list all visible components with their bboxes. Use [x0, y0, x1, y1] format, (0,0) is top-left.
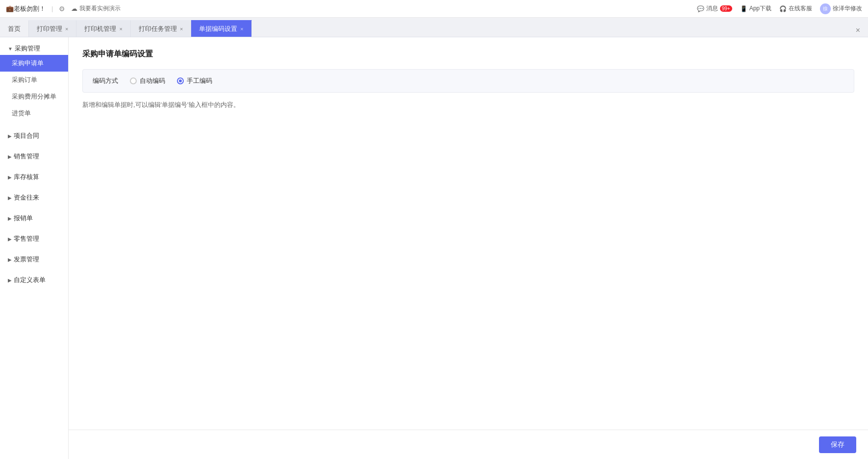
hint-text: 新增和编辑单据时,可以编辑'单据编号'输入框中的内容。 [82, 101, 854, 109]
chevron-right-icon-3: ▶ [8, 175, 12, 180]
sidebar-item-purchase-order[interactable]: 采购订单 [0, 72, 68, 88]
chevron-down-icon: ▼ [8, 46, 13, 51]
tab-close-print-task[interactable]: × [180, 26, 183, 32]
gear-icon[interactable]: ⚙ [59, 5, 65, 13]
chevron-right-icon-2: ▶ [8, 154, 12, 159]
sidebar-item-purchase-request[interactable]: 采购申请单 [0, 55, 68, 72]
sidebar-group-custom-header[interactable]: ▶ 自定义表单 [0, 272, 68, 286]
sidebar-group-custom: ▶ 自定义表单 [0, 269, 68, 289]
radio-manual-coding[interactable]: 手工编码 [177, 76, 212, 85]
tab-barcode-setting[interactable]: 单据编码设置 × [191, 20, 251, 37]
sidebar-group-retail: ▶ 零售管理 [0, 228, 68, 248]
top-bar: 💼老板勿割！ | ⚙ ☁ 我要看实例演示 💬 消息 99+ 📱 App下载 🎧 … [0, 0, 868, 18]
sidebar-group-procurement-header[interactable]: ▼ 采购管理 [0, 40, 68, 55]
tab-print-task[interactable]: 打印任务管理 × [131, 20, 191, 37]
tab-print-mgmt[interactable]: 打印管理 × [29, 20, 76, 37]
sidebar-group-fund-header[interactable]: ▶ 资金往来 [0, 189, 68, 204]
page-title: 采购申请单编码设置 [82, 49, 854, 59]
sidebar-group-procurement: ▼ 采购管理 采购申请单 采购订单 采购费用分摊单 进货单 [0, 37, 68, 125]
coding-section: 编码方式 自动编码 手工编码 [82, 69, 854, 93]
tab-close-print-mgmt[interactable]: × [65, 26, 68, 32]
user-menu[interactable]: 徐 徐泽华修改 [820, 3, 862, 14]
top-bar-left: 💼老板勿割！ | ⚙ ☁ 我要看实例演示 [6, 4, 121, 13]
content-main: 采购申请单编码设置 编码方式 自动编码 手工编码 新增和编辑单据时,可以编辑'单… [69, 37, 868, 430]
tab-close-barcode-setting[interactable]: × [240, 26, 243, 32]
avatar: 徐 [820, 3, 831, 14]
radio-auto-coding[interactable]: 自动编码 [130, 76, 165, 85]
sidebar-group-returns-header[interactable]: ▶ 报销单 [0, 210, 68, 225]
sidebar-group-sales: ▶ 销售管理 [0, 145, 68, 166]
radio-circle-auto [130, 77, 137, 84]
sidebar-group-inventory-header[interactable]: ▶ 库存核算 [0, 169, 68, 183]
app-icon: 📱 [740, 5, 747, 12]
sidebar-group-retail-header[interactable]: ▶ 零售管理 [0, 230, 68, 245]
sidebar: ▼ 采购管理 采购申请单 采购订单 采购费用分摊单 进货单 ▶ 项目合同 [0, 37, 69, 459]
demo-link[interactable]: ☁ 我要看实例演示 [71, 4, 121, 13]
online-service-button[interactable]: 🎧 在线客服 [779, 4, 812, 13]
radio-circle-manual [177, 77, 184, 84]
coding-label: 编码方式 [93, 76, 118, 85]
close-all-tabs-button[interactable]: × [852, 24, 864, 37]
main-layout: ▼ 采购管理 采购申请单 采购订单 采购费用分摊单 进货单 ▶ 项目合同 [0, 37, 868, 459]
tab-close-printer-mgmt[interactable]: × [119, 26, 122, 32]
chevron-right-icon-7: ▶ [8, 257, 12, 262]
tab-home[interactable]: 首页 [0, 20, 29, 37]
chevron-right-icon-6: ▶ [8, 236, 12, 242]
chevron-right-icon-4: ▶ [8, 195, 12, 201]
chevron-right-icon-5: ▶ [8, 216, 12, 221]
top-bar-right: 💬 消息 99+ 📱 App下载 🎧 在线客服 徐 徐泽华修改 [697, 3, 862, 14]
save-button[interactable]: 保存 [819, 436, 856, 453]
sidebar-group-inventory: ▶ 库存核算 [0, 166, 68, 186]
content-footer: 保存 [69, 430, 868, 459]
chevron-right-icon: ▶ [8, 133, 12, 139]
sidebar-group-project-header[interactable]: ▶ 项目合同 [0, 128, 68, 142]
message-button[interactable]: 💬 消息 99+ [697, 4, 732, 13]
sidebar-group-returns: ▶ 报销单 [0, 207, 68, 228]
sidebar-group-invoice: ▶ 发票管理 [0, 248, 68, 269]
sidebar-group-sales-header[interactable]: ▶ 销售管理 [0, 148, 68, 163]
sidebar-group-fund: ▶ 资金往来 [0, 186, 68, 207]
app-download-button[interactable]: 📱 App下载 [740, 4, 771, 13]
message-icon: 💬 [697, 5, 704, 12]
brand-label: 💼老板勿割！ [6, 4, 46, 13]
sidebar-group-project: ▶ 项目合同 [0, 125, 68, 145]
content-area: 采购申请单编码设置 编码方式 自动编码 手工编码 新增和编辑单据时,可以编辑'单… [69, 37, 868, 459]
chevron-right-icon-8: ▶ [8, 278, 12, 283]
sidebar-group-invoice-header[interactable]: ▶ 发票管理 [0, 251, 68, 266]
sidebar-item-stock-in[interactable]: 进货单 [0, 105, 68, 122]
message-badge: 99+ [720, 5, 732, 12]
headset-icon: 🎧 [779, 5, 787, 12]
tab-bar: 首页 打印管理 × 打印机管理 × 打印任务管理 × 单据编码设置 × × [0, 18, 868, 37]
sidebar-item-purchase-expense[interactable]: 采购费用分摊单 [0, 88, 68, 105]
radio-group: 自动编码 手工编码 [130, 76, 212, 85]
tab-printer-mgmt[interactable]: 打印机管理 × [76, 20, 130, 37]
